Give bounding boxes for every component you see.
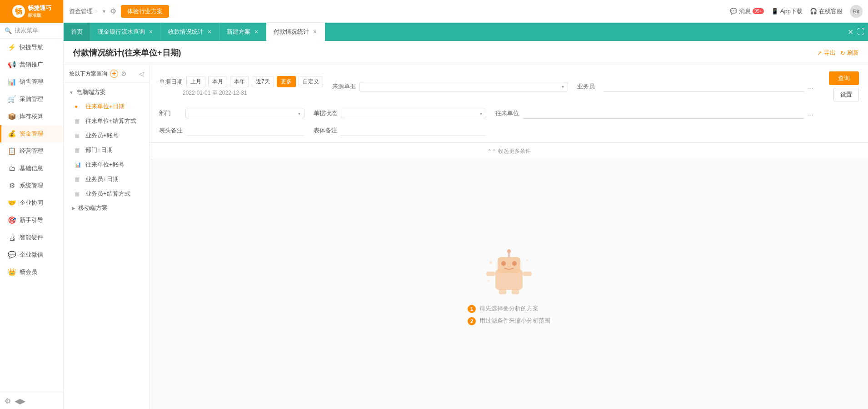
sidebar-item-quick-nav[interactable]: ⚡ 快捷导航 — [0, 39, 63, 56]
sidebar-item-basic[interactable]: 🗂 基础信息 — [0, 160, 63, 177]
tab-new-scheme[interactable]: 新建方案 ✕ — [219, 23, 266, 41]
scheme-item-unit-payment[interactable]: ▦ 往来单位+结算方式 — [64, 114, 150, 128]
scheme-item-dept-date[interactable]: ▦ 部门+日期 — [64, 143, 150, 157]
collapse-bar[interactable]: ⌃⌃ 收起更多条件 — [150, 143, 868, 160]
sidebar-item-enterprise[interactable]: 🤝 企业协同 — [0, 194, 63, 212]
page-header: 付款情况统计(往来单位+日期) ↗ 导出 ↻ 刷新 — [64, 41, 868, 65]
scheme-item-unit-account[interactable]: 📊 往来单位+账号 — [64, 157, 150, 172]
messages-item[interactable]: 💬 消息 99+ — [730, 7, 764, 15]
export-button[interactable]: ↗ 导出 — [817, 49, 836, 57]
date-btn-more[interactable]: 更多 — [277, 76, 296, 87]
sidebar-item-sales[interactable]: 📊 销售管理 — [0, 73, 63, 91]
topbar-settings-icon[interactable]: ⚙ — [110, 7, 116, 15]
tab-receipt-stats-close-icon[interactable]: ✕ — [207, 29, 212, 35]
table-body-note-input[interactable] — [341, 125, 486, 136]
related-unit-label: 往来单位 — [495, 109, 519, 117]
capital-label: 资金管理 — [20, 130, 43, 138]
tab-payment-stats[interactable]: 付款情况统计 ✕ — [266, 23, 325, 41]
sales-icon: 📊 — [8, 78, 16, 86]
dropdown-arrow-icon[interactable]: ▾ — [103, 8, 105, 15]
settings-bottom-icon[interactable]: ⚙ — [5, 397, 11, 405]
sidebar-item-wechat[interactable]: 💬 企业微信 — [0, 246, 63, 263]
scheme-panel: 按以下方案查询 + ⚙ ◁ ▼ 电脑端方案 ● 往来单位+日期 — [64, 65, 150, 409]
date-btn-custom[interactable]: 自定义 — [299, 76, 323, 87]
main-area: 资金管理 > ▾ ⚙ 体验行业方案 💬 消息 99+ 📱 App下载 🎧 在线客… — [64, 0, 868, 409]
close-tab-icon[interactable]: ✕ — [848, 28, 853, 36]
mobile-group-header[interactable]: ▶ 移动端方案 — [64, 201, 150, 215]
breadcrumb-divider: > — [95, 8, 98, 15]
mobile-scheme-group: ▶ 移动端方案 — [64, 201, 150, 215]
trial-button[interactable]: 体验行业方案 — [121, 5, 169, 18]
vip-label: 畅会员 — [20, 268, 37, 276]
svg-point-2 — [501, 261, 506, 266]
filter-query-actions: 查询 设置 — [823, 71, 859, 101]
date-btn-last-month[interactable]: 上月 — [186, 76, 205, 87]
sidebar-item-system[interactable]: ⚙ 系统管理 — [0, 177, 63, 194]
tab-new-scheme-label: 新建方案 — [227, 28, 250, 36]
date-btn-this-year[interactable]: 本年 — [230, 76, 249, 87]
scheme-item-unit-payment-label: 往来单位+结算方式 — [85, 117, 136, 125]
logo-text: 畅捷通巧 标准版 — [28, 4, 51, 19]
search-menu-label: 搜索菜单 — [15, 26, 38, 35]
app-logo: 畅 畅捷通巧 标准版 — [0, 0, 63, 23]
sidebar-item-vip[interactable]: 👑 畅会员 — [0, 263, 63, 281]
collapse-scheme-icon[interactable]: ◁ — [139, 70, 144, 77]
voucher-status-field: 单据状态 ▾ — [314, 109, 486, 118]
tab-new-scheme-close-icon[interactable]: ✕ — [254, 29, 259, 35]
scheme-item-unit-account-label: 往来单位+账号 — [85, 161, 125, 169]
tab-bank-flow[interactable]: 现金银行流水查询 ✕ — [90, 23, 161, 41]
marketing-icon: 📢 — [8, 61, 16, 69]
desktop-group-header[interactable]: ▼ 电脑端方案 — [64, 86, 150, 99]
salesman-label: 业务员 — [577, 82, 600, 91]
sidebar-item-guide[interactable]: 🎯 新手引导 — [0, 212, 63, 229]
scheme-item-unit-date-label: 往来单位+日期 — [85, 102, 125, 111]
topbar: 资金管理 > ▾ ⚙ 体验行业方案 💬 消息 99+ 📱 App下载 🎧 在线客… — [64, 0, 868, 23]
user-avatar[interactable]: Rit — [850, 5, 863, 18]
tab-home[interactable]: 首页 — [64, 23, 90, 41]
sidebar-item-purchase[interactable]: 🛒 采购管理 — [0, 91, 63, 108]
desktop-group-label: 电脑端方案 — [76, 88, 144, 96]
guide-label: 新手引导 — [20, 216, 43, 224]
related-unit-input[interactable] — [523, 108, 804, 119]
department-select[interactable]: ▾ — [185, 109, 304, 118]
refresh-button[interactable]: ↻ 刷新 — [840, 49, 859, 57]
query-button[interactable]: 查询 — [829, 71, 859, 85]
collapse-label: 收起更多条件 — [498, 147, 531, 155]
tab-bank-flow-close-icon[interactable]: ✕ — [149, 29, 153, 35]
collapse-sidebar-icon[interactable]: ◀▶ — [15, 397, 25, 405]
online-service-item[interactable]: 🎧 在线客服 — [810, 7, 843, 15]
scheme-item-salesman-date[interactable]: ▦ 业务员+日期 — [64, 172, 150, 187]
scheme-item-unit-date[interactable]: ● 往来单位+日期 — [64, 99, 150, 114]
add-scheme-icon[interactable]: + — [110, 70, 118, 78]
voucher-status-select[interactable]: ▾ — [341, 109, 486, 118]
sidebar-item-marketing[interactable]: 📢 营销推广 — [0, 56, 63, 73]
tab-payment-stats-close-icon[interactable]: ✕ — [313, 29, 317, 35]
app-download-item[interactable]: 📱 App下载 — [771, 7, 803, 15]
sidebar-item-operation[interactable]: 📋 经营管理 — [0, 142, 63, 160]
sidebar-item-inventory[interactable]: 📦 库存核算 — [0, 108, 63, 125]
scheme-settings-icon[interactable]: ⚙ — [121, 70, 127, 77]
source-voucher-select[interactable]: ▾ — [359, 82, 569, 91]
scheme-header: 按以下方案查询 + ⚙ ◁ — [64, 65, 150, 83]
sidebar-item-hardware[interactable]: 🖨 智能硬件 — [0, 229, 63, 246]
search-menu[interactable]: 🔍 搜索菜单 — [0, 23, 63, 39]
tab-receipt-stats[interactable]: 收款情况统计 ✕ — [161, 23, 219, 41]
page-title: 付款情况统计(往来单位+日期) — [73, 47, 181, 58]
scheme-item-salesman-account[interactable]: ▦ 业务员+账号 — [64, 128, 150, 143]
scheme-item-salesman-payment[interactable]: ▦ 业务员+结算方式 — [64, 187, 150, 201]
maximize-tab-icon[interactable]: ⛶ — [857, 28, 864, 36]
robot-svg — [482, 244, 536, 299]
table-head-note-input[interactable] — [186, 125, 304, 136]
svg-rect-7 — [523, 272, 532, 276]
svg-rect-8 — [499, 289, 506, 294]
date-btn-7days[interactable]: 近7天 — [252, 76, 274, 87]
filter-settings-button[interactable]: 设置 — [833, 88, 859, 101]
source-voucher-field: 来源单据 ▾ — [332, 82, 569, 91]
related-unit-more-icon[interactable]: ... — [808, 110, 813, 117]
sidebar-item-capital[interactable]: 💰 资金管理 — [0, 125, 63, 142]
salesman-field: 业务员 ... — [577, 81, 813, 92]
salesman-input[interactable] — [604, 81, 804, 92]
filter-row-2: 部门 ▾ 单据状态 ▾ 往来单位 — [159, 108, 859, 119]
date-btn-this-month[interactable]: 本月 — [208, 76, 227, 87]
salesman-more-icon[interactable]: ... — [808, 83, 813, 90]
